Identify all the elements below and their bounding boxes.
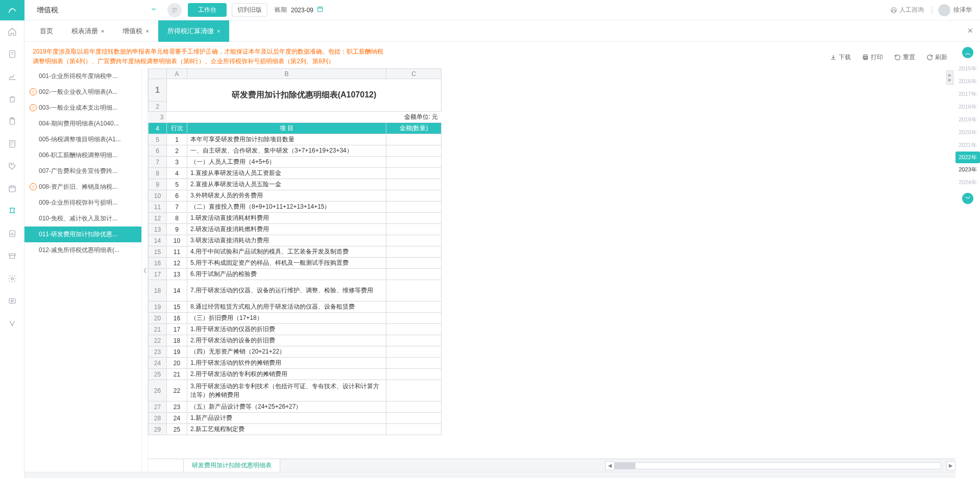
item-cell[interactable]: 3.研发活动直接消耗动力费用	[187, 235, 386, 246]
year-item[interactable]: 2017年	[959, 88, 976, 100]
form-list-item[interactable]: 010-免税、减计收入及加计...	[24, 211, 141, 227]
form-list-item[interactable]: 008-资产折旧、摊销及纳税...	[24, 179, 141, 195]
row-number-cell[interactable]: 10	[167, 235, 187, 246]
row-header[interactable]: 20	[149, 313, 167, 324]
close-all-tabs-icon[interactable]: ×	[967, 26, 973, 36]
form-list-item[interactable]: 005-纳税调整项目明细表(A1...	[24, 132, 141, 147]
row-header[interactable]: 16	[149, 258, 167, 269]
scroll-up-icon[interactable]: ︽	[962, 47, 973, 58]
nav-home-icon[interactable]	[0, 20, 24, 43]
item-cell[interactable]: 2.直接从事研发活动人员五险一金	[187, 179, 386, 190]
row-header[interactable]: 18	[149, 280, 167, 301]
row-header[interactable]: 22	[149, 335, 167, 346]
row-header[interactable]: 15	[149, 246, 167, 258]
tab-增值税[interactable]: 增值税×	[113, 20, 158, 42]
form-list-item[interactable]: 011-研发费用加计扣除优惠...	[24, 227, 141, 242]
amount-cell[interactable]	[386, 246, 442, 258]
amount-cell[interactable]	[386, 358, 442, 369]
row-header[interactable]: 25	[149, 369, 167, 380]
row-header[interactable]: 21	[149, 324, 167, 335]
amount-cell[interactable]	[386, 145, 442, 157]
column-header[interactable]: B	[187, 69, 386, 79]
row-number-cell[interactable]: 20	[167, 358, 187, 369]
amount-cell[interactable]	[386, 369, 442, 380]
row-number-cell[interactable]: 17	[167, 324, 187, 335]
item-cell[interactable]: （一）人员人工费用（4+5+6）	[187, 157, 386, 168]
row-number-cell[interactable]: 7	[167, 202, 187, 213]
row-header[interactable]: 3	[149, 112, 167, 123]
year-item[interactable]: 2024年	[959, 176, 976, 189]
row-number-cell[interactable]: 5	[167, 179, 187, 190]
amount-cell[interactable]	[386, 424, 442, 435]
year-item[interactable]: 2023年	[959, 163, 976, 176]
year-item[interactable]: 2020年	[959, 126, 976, 139]
nav-report-icon[interactable]	[0, 222, 24, 245]
row-header[interactable]: 17	[149, 269, 167, 280]
year-item[interactable]: 2018年	[959, 100, 976, 113]
module-dropdown-icon[interactable]	[150, 6, 157, 15]
item-cell[interactable]: 4.用于中间试验和产品试制的模具、工艺装备开发及制造费	[187, 246, 386, 258]
nav-calc-icon[interactable]	[0, 133, 24, 155]
amount-cell[interactable]	[386, 380, 442, 401]
row-header[interactable]: 14	[149, 235, 167, 246]
row-header[interactable]: 1	[149, 79, 167, 102]
user-avatar[interactable]	[938, 4, 950, 16]
amount-cell[interactable]	[386, 190, 442, 202]
item-cell[interactable]: 2.用于研发活动的专利权的摊销费用	[187, 369, 386, 380]
row-number-cell[interactable]: 4	[167, 168, 187, 179]
form-list-item[interactable]: 001-企业所得税年度纳税申...	[24, 68, 141, 84]
form-list-item[interactable]: 012-减免所得税优惠明细表(...	[24, 242, 141, 258]
amount-cell[interactable]	[386, 280, 442, 301]
nav-bag-icon[interactable]	[0, 88, 24, 110]
row-number-cell[interactable]: 13	[167, 269, 187, 280]
collapse-handle-icon[interactable]: ❮	[142, 68, 148, 472]
row-number-cell[interactable]: 3	[167, 157, 187, 168]
sheet-tab[interactable]: 研发费用加计扣除优惠明细表	[184, 459, 280, 472]
form-list-item[interactable]: 009-企业所得税弥补亏损明...	[24, 195, 141, 211]
amount-cell[interactable]	[386, 157, 442, 168]
tab-close-icon[interactable]: ×	[145, 28, 149, 34]
row-number-cell[interactable]: 8	[167, 213, 187, 224]
workbench-button[interactable]: 工作台	[188, 3, 227, 17]
item-cell[interactable]: 3.外聘研发人员的劳务费用	[187, 190, 386, 202]
amount-cell[interactable]	[386, 301, 442, 313]
nav-video-icon[interactable]	[0, 290, 24, 312]
tab-税表清册[interactable]: 税表清册×	[62, 20, 113, 42]
amount-cell[interactable]	[386, 401, 442, 413]
item-cell[interactable]: 1.研发活动直接消耗材料费用	[187, 213, 386, 224]
row-number-cell[interactable]: 22	[167, 380, 187, 401]
item-cell[interactable]: 3.用于研发活动的非专利技术（包括许可证、专有技术、设计和计算方法等）的摊销费用	[187, 380, 386, 401]
support-link[interactable]: 人工咨询	[890, 6, 924, 14]
nav-tag-icon[interactable]	[0, 155, 24, 178]
form-list-item[interactable]: 002-一般企业收入明细表(A...	[24, 84, 141, 100]
row-number-cell[interactable]: 9	[167, 224, 187, 235]
row-header[interactable]: 28	[149, 413, 167, 424]
nav-settings-icon[interactable]	[0, 267, 24, 290]
item-cell[interactable]: 2.用于研发活动的设备的折旧费	[187, 335, 386, 346]
nav-chart-icon[interactable]	[0, 65, 24, 88]
year-item[interactable]: 2016年	[959, 75, 976, 88]
row-header[interactable]: 6	[149, 145, 167, 157]
tab-close-icon[interactable]: ×	[101, 28, 104, 34]
row-number-cell[interactable]: 16	[167, 313, 187, 324]
item-cell[interactable]: 6.用于试制产品的检验费	[187, 269, 386, 280]
amount-cell[interactable]	[386, 313, 442, 324]
amount-cell[interactable]	[386, 224, 442, 235]
nav-clipboard-icon[interactable]	[0, 110, 24, 133]
row-header[interactable]: 2	[149, 102, 167, 112]
nav-tax-icon[interactable]	[0, 200, 24, 222]
calendar-icon[interactable]	[316, 6, 324, 15]
amount-cell[interactable]	[386, 346, 442, 358]
row-header[interactable]: 12	[149, 213, 167, 224]
switch-old-button[interactable]: 切到旧版	[232, 3, 267, 17]
print-button[interactable]: 打印	[862, 53, 883, 62]
item-cell[interactable]: （二）直接投入费用（8+9+10+11+12+13+14+15）	[187, 202, 386, 213]
scroll-down-icon[interactable]: ︾	[962, 193, 973, 204]
refresh-button[interactable]: 刷新	[926, 53, 947, 62]
amount-cell[interactable]	[386, 235, 442, 246]
item-cell[interactable]: 5.用于不构成固定资产的样品、样机及一般测试手段购置费	[187, 258, 386, 269]
row-number-cell[interactable]: 1	[167, 134, 187, 145]
column-header[interactable]: A	[167, 69, 187, 79]
row-header[interactable]: 5	[149, 134, 167, 145]
tab-close-icon[interactable]: ×	[217, 28, 220, 34]
